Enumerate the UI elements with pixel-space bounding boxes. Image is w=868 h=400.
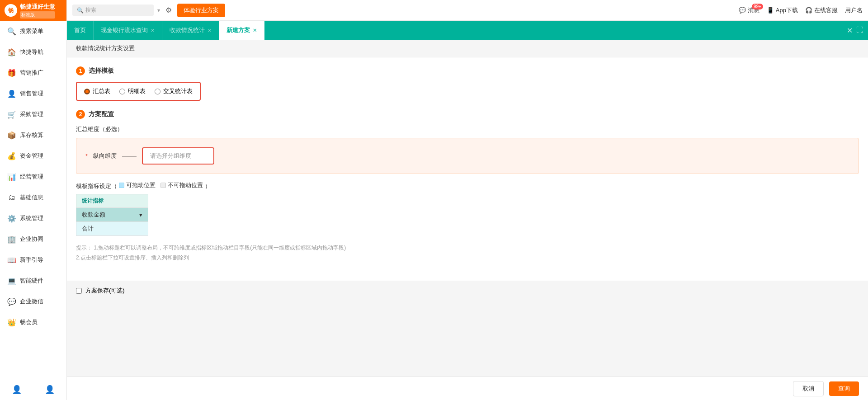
tab-close-new-plan[interactable]: ✕ (253, 28, 257, 33)
inventory-icon: 📦 (7, 131, 16, 140)
tab-label-collect: 收款情况统计 (170, 26, 205, 34)
topbar-right: 💬 99+ 消息 📱 App下载 🎧 在线客服 用户名 (739, 6, 863, 14)
radio-summary[interactable]: 汇总表 (84, 87, 110, 95)
gear-icon[interactable]: ⚙ (165, 6, 172, 14)
sidebar-item-sales[interactable]: 👤销售管理 (0, 83, 66, 104)
close-all-icon[interactable]: ✕ (847, 26, 853, 35)
search-icon: 🔍 (7, 27, 16, 36)
app-download-item[interactable]: 📱 App下载 (767, 6, 798, 14)
basic-icon: 🗂 (7, 193, 16, 202)
tip-2: 2.点击标题栏下拉可设置排序、插入列和删除列 (76, 253, 859, 263)
sidebar-item-purchase[interactable]: 🛒采购管理 (0, 104, 66, 125)
topbar-dropdown[interactable]: ▾ (157, 7, 160, 14)
step1-title: 1 选择模板 (76, 66, 859, 75)
sidebar-item-quick-nav[interactable]: 🏠快捷导航 (0, 42, 66, 62)
tab-label-new-plan: 新建方案 (226, 26, 250, 34)
metrics-table: 统计指标 收款金额 ▾ 合计 (76, 194, 148, 236)
app-icon: 📱 (767, 7, 774, 14)
tab-close-bank[interactable]: ✕ (151, 28, 155, 33)
logo-badge: 标准版 (20, 11, 55, 19)
sidebar-item-wechat[interactable]: 💬企业微信 (0, 291, 66, 312)
step2-label: 方案配置 (89, 110, 114, 118)
user-icon-2: 👤 (45, 385, 55, 395)
topbar-search[interactable]: 🔍 搜索 (72, 5, 154, 16)
logo-text: 畅捷通好生意 (20, 3, 55, 11)
tabbar: 首页现金银行流水查询✕收款情况统计✕新建方案✕ ✕ ⛶ (67, 21, 868, 40)
sidebar-item-member[interactable]: 👑畅会员 (0, 312, 66, 333)
step2-title: 2 方案配置 (76, 110, 859, 119)
form-container: 1 选择模板 汇总表 明细表 交叉统计表 (67, 57, 868, 281)
marketing-icon: 🎁 (7, 69, 16, 77)
dim-select-box[interactable]: 请选择分组维度 (142, 147, 214, 165)
tab-new-plan[interactable]: 新建方案✕ (219, 21, 264, 40)
message-icon: 💬 (739, 7, 746, 14)
sidebar-item-basic[interactable]: 🗂基础信息 (0, 187, 66, 208)
sidebar-item-hardware[interactable]: 💻智能硬件 (0, 270, 66, 291)
service-label: 在线客服 (814, 6, 838, 14)
finance-icon: 💰 (7, 152, 16, 160)
sidebar-item-inventory[interactable]: 📦库存核算 (0, 125, 66, 146)
sidebar-item-search[interactable]: 🔍搜索菜单 (0, 21, 66, 42)
quick-nav-icon: 🏠 (7, 48, 16, 56)
step2-section: 2 方案配置 汇总维度（必选） * 纵向维度 —— 请选择分组维度 (76, 110, 859, 263)
save-checkbox[interactable] (76, 288, 82, 294)
radio-cross-input[interactable] (155, 89, 160, 94)
legend-close: ） (205, 183, 211, 189)
sidebar-item-corp[interactable]: 🏢企业协同 (0, 229, 66, 249)
tab-close-collect[interactable]: ✕ (208, 28, 212, 33)
tab-label-home: 首页 (74, 26, 86, 34)
sidebar-item-marketing[interactable]: 🎁营销推广 (0, 62, 66, 83)
metrics-table-header: 统计指标 (76, 194, 148, 208)
user-name-item[interactable]: 用户名 (845, 6, 863, 14)
service-item[interactable]: 🎧 在线客服 (805, 6, 838, 14)
tab-bank[interactable]: 现金银行流水查询✕ (94, 21, 162, 40)
system-label: 系统管理 (20, 214, 43, 222)
radio-cross[interactable]: 交叉统计表 (155, 87, 193, 95)
purchase-label: 采购管理 (20, 110, 43, 118)
radio-detail-input[interactable] (119, 89, 125, 94)
template-options: 汇总表 明细表 交叉统计表 (76, 82, 201, 101)
finance-label: 资金管理 (20, 152, 43, 160)
industry-btn[interactable]: 体验行业方案 (177, 4, 225, 17)
guide-label: 新手引导 (20, 256, 43, 264)
sidebar-bottom-item-1[interactable]: 👤 (8, 383, 25, 396)
user-icon-1: 👤 (12, 385, 22, 395)
radio-detail-label: 明细表 (128, 87, 146, 95)
message-item[interactable]: 💬 99+ 消息 (739, 6, 760, 14)
topbar: 🔍 搜索 ▾ ⚙ 体验行业方案 💬 99+ 消息 📱 App下载 🎧 在线客服 … (67, 0, 868, 21)
legend-dot-draggable (119, 183, 124, 188)
radio-summary-input[interactable] (84, 89, 90, 94)
tab-collect[interactable]: 收款情况统计✕ (162, 21, 219, 40)
step2-badge: 2 (76, 110, 85, 119)
metrics-section: 模板指标设定（ 可拖动位置 不可拖动位置 ） 统计指标 (76, 181, 859, 263)
sidebar-item-guide[interactable]: 📖新手引导 (0, 249, 66, 270)
search-label: 搜索菜单 (20, 27, 43, 35)
maximize-icon[interactable]: ⛶ (856, 26, 863, 34)
dim-field-label: 纵向维度 (93, 152, 117, 160)
logo-icon: 畅 (5, 4, 17, 17)
dim-row: * 纵向维度 —— 请选择分组维度 (85, 147, 214, 165)
quick-nav-label: 快捷导航 (20, 48, 43, 56)
sidebar-bottom-item-2[interactable]: 👤 (41, 383, 58, 396)
col-header-dropdown[interactable]: ▾ (139, 212, 142, 218)
cancel-button[interactable]: 取消 (793, 381, 824, 396)
sidebar-item-finance[interactable]: 💰资金管理 (0, 146, 66, 166)
dimension-config: 汇总维度（必选） * 纵向维度 —— 请选择分组维度 (76, 125, 859, 174)
operation-label: 经营管理 (20, 173, 43, 181)
search-icon: 🔍 (77, 7, 84, 14)
sidebar-bottom: 👤 👤 (0, 379, 66, 400)
page-header: 收款情况统计方案设置 (67, 40, 868, 57)
tab-home[interactable]: 首页 (67, 21, 94, 40)
message-badge: 99+ (752, 4, 763, 9)
sidebar: 畅 畅捷通好生意 标准版 🔍搜索菜单🏠快捷导航🎁营销推广👤销售管理🛒采购管理📦库… (0, 0, 67, 400)
member-label: 畅会员 (20, 318, 38, 326)
sidebar-item-system[interactable]: ⚙️系统管理 (0, 208, 66, 229)
query-button[interactable]: 查询 (829, 381, 859, 396)
tab-label-bank: 现金银行流水查询 (101, 26, 148, 34)
wechat-icon: 💬 (7, 297, 16, 306)
radio-detail[interactable]: 明细表 (119, 87, 146, 95)
metrics-col-header: 收款金额 ▾ (76, 208, 148, 222)
sidebar-item-operation[interactable]: 📊经营管理 (0, 166, 66, 187)
tab-actions: ✕ ⛶ (842, 21, 868, 40)
search-placeholder: 搜索 (85, 6, 96, 14)
